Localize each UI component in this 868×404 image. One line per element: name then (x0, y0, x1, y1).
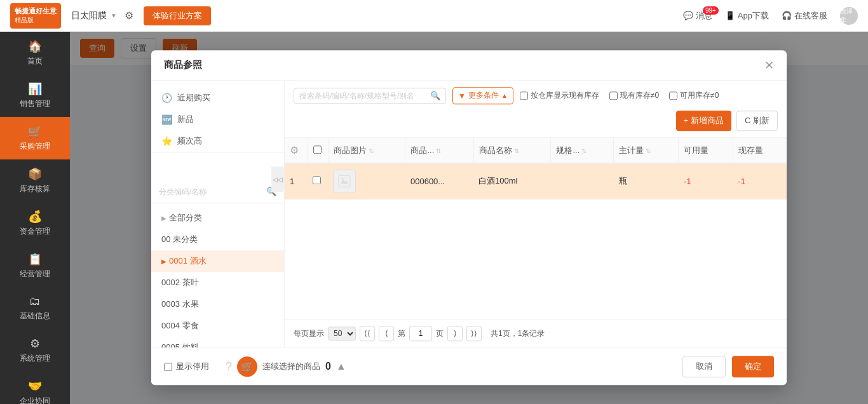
per-page-select[interactable]: 50 (328, 327, 356, 341)
trial-button[interactable]: 体验行业方案 (144, 6, 211, 25)
product-table: ⚙ 商品图片⇅ 商品...⇅ 商品名称⇅ 规格...⇅ 主计量⇅ 可用量 现存量 (285, 138, 787, 199)
cart-label: 连续选择的商品 (262, 361, 320, 373)
user-profile-nav-item[interactable]: 徐泽华 (840, 7, 858, 25)
purchase-icon: 🛒 (28, 125, 42, 138)
basic-info-icon: 🗂 (29, 295, 41, 308)
modal-right-panel: 🔍 ▼ 更多条件 ▲ 按仓库显示现有库存 (285, 81, 787, 347)
row-stock: -1 (733, 163, 787, 199)
recent-purchase-tab[interactable]: 🕐 近期购买 (151, 87, 284, 109)
operations-icon: 📋 (28, 252, 42, 266)
next-page-button[interactable]: ⟩ (447, 327, 463, 342)
category-item-tea[interactable]: 0002 茶叶 (151, 272, 284, 293)
sidebar-item-system[interactable]: ⚙ 系统管理 (0, 329, 70, 372)
active-expand-icon: ▶ (161, 258, 166, 265)
th-image[interactable]: 商品图片⇅ (328, 138, 405, 163)
row-image (328, 163, 405, 199)
message-badge: 99+ (703, 6, 719, 15)
th-code[interactable]: 商品...⇅ (405, 138, 473, 163)
search-icon[interactable]: 🔍 (430, 91, 440, 100)
sidebar-item-purchase[interactable]: 🛒 采购管理 (0, 117, 70, 159)
system-icon: ⚙ (30, 337, 40, 351)
home-icon: 🏠 (28, 39, 42, 53)
warehouse-dropdown[interactable]: 日太阳膜 ▼ (71, 10, 117, 22)
clock-icon: 🕐 (161, 93, 172, 103)
quick-tabs: 🕐 近期购买 🆕 新品 ⭐ 频次高 (151, 81, 284, 152)
last-page-button[interactable]: ⟩⟩ (466, 327, 482, 342)
warehouse-stock-checkbox[interactable]: 按仓库显示现有库存 (520, 90, 599, 101)
refresh-button[interactable]: C 刷新 (736, 111, 778, 131)
product-search-input[interactable] (299, 91, 426, 100)
row-select-checkbox[interactable] (313, 176, 321, 184)
sidebar-item-basic-info[interactable]: 🗂 基础信息 (0, 287, 70, 329)
sidebar-item-operations[interactable]: 📋 经营管理 (0, 245, 70, 287)
sidebar-item-sales[interactable]: 📊 销售管理 (0, 74, 70, 117)
modal-close-button[interactable]: ✕ (764, 60, 774, 71)
sidebar-item-finance[interactable]: 💰 资金管理 (0, 202, 70, 245)
product-toolbar: 🔍 ▼ 更多条件 ▲ 按仓库显示现有库存 (285, 81, 787, 138)
cart-icon[interactable]: 🛒 (237, 357, 257, 377)
cart-collapse-icon[interactable]: ▲ (336, 361, 346, 373)
cart-count: 0 (325, 361, 331, 373)
cancel-button[interactable]: 取消 (682, 356, 726, 378)
customer-service-nav-item[interactable]: 🎧 在线客服 (782, 10, 827, 22)
app-download-nav-item[interactable]: 📱 App下载 (725, 10, 769, 22)
help-icon[interactable]: ? (226, 360, 232, 374)
add-product-button[interactable]: + 新增商品 (676, 111, 731, 131)
app-logo: 畅捷通好生意 精品版 (10, 3, 61, 29)
category-item-unclassified[interactable]: 00 未分类 (151, 229, 284, 250)
confirm-button[interactable]: 确定 (732, 356, 774, 378)
category-item-fruit[interactable]: 0003 水果 (151, 293, 284, 315)
available-stock-input[interactable] (669, 91, 677, 100)
new-products-tab[interactable]: 🆕 新品 (151, 109, 284, 130)
navbar-right: 💬 消息 99+ 📱 App下载 🎧 在线客服 徐泽华 (683, 7, 858, 25)
page-number-input[interactable] (409, 327, 432, 342)
available-stock-checkbox[interactable]: 可用库存≠0 (669, 90, 719, 101)
category-item-snacks[interactable]: 0004 零食 (151, 315, 284, 337)
th-unit[interactable]: 主计量⇅ (614, 138, 679, 163)
column-settings-icon[interactable]: ⚙ (290, 145, 299, 156)
category-item-liquor[interactable]: ▶ 0001 酒水 (151, 250, 284, 272)
new-icon: 🆕 (161, 114, 172, 125)
show-disabled-checkbox[interactable]: 显示停用 (164, 361, 209, 373)
nonzero-stock-checkbox[interactable]: 现有库存≠0 (609, 90, 659, 101)
nonzero-stock-input[interactable] (609, 91, 618, 100)
settings-icon[interactable]: ⚙ (125, 10, 133, 22)
select-all-checkbox[interactable] (313, 145, 322, 154)
more-filters-button[interactable]: ▼ 更多条件 ▲ (452, 87, 513, 104)
th-name[interactable]: 商品名称⇅ (473, 138, 551, 163)
collapse-panel-button[interactable]: ◁◁ (271, 166, 284, 192)
modal-footer: 显示停用 ? 🛒 连续选择的商品 0 ▲ 取消 确定 (151, 348, 787, 386)
th-available[interactable]: 可用量 (679, 138, 733, 163)
cart-section: ? 🛒 连续选择的商品 0 ▲ (228, 357, 346, 377)
modal-footer-actions: 取消 确定 (682, 356, 774, 378)
sort-icon-name: ⇅ (514, 147, 519, 154)
modal-header: 商品参照 ✕ (151, 50, 787, 81)
message-icon: 💬 (683, 11, 693, 20)
warehouse-stock-input[interactable] (520, 91, 528, 100)
th-checkbox[interactable] (308, 138, 328, 163)
modal-left-panel: 🕐 近期购买 🆕 新品 ⭐ 频次高 (151, 81, 285, 347)
frequent-tab[interactable]: ⭐ 频次高 (151, 130, 284, 152)
row-checkbox[interactable] (308, 163, 328, 199)
th-gear[interactable]: ⚙ (285, 138, 308, 163)
avatar: 徐泽华 (840, 7, 858, 25)
message-nav-item[interactable]: 💬 消息 99+ (683, 10, 712, 22)
sort-icon-spec: ⇅ (581, 147, 587, 154)
show-disabled-input[interactable] (164, 363, 172, 371)
sidebar-item-home[interactable]: 🏠 首页 (0, 32, 70, 74)
row-num: 1 (285, 163, 308, 199)
table-row[interactable]: 1 (285, 163, 787, 199)
first-page-button[interactable]: ⟨⟨ (360, 327, 375, 342)
sidebar-item-inventory[interactable]: 📦 库存核算 (0, 159, 70, 202)
th-stock[interactable]: 现存量 (733, 138, 787, 163)
row-name: 白酒100ml (473, 163, 551, 199)
category-item-all[interactable]: ▶ 全部分类 (151, 207, 284, 229)
page-label: 第 (398, 328, 405, 339)
th-spec[interactable]: 规格...⇅ (551, 138, 614, 163)
sidebar-item-enterprise[interactable]: 🤝 企业协同 (0, 372, 70, 404)
pagination-total: 共1页，1条记录 (491, 328, 545, 339)
table-header-row: ⚙ 商品图片⇅ 商品...⇅ 商品名称⇅ 规格...⇅ 主计量⇅ 可用量 现存量 (285, 138, 787, 163)
prev-page-button[interactable]: ⟨ (379, 327, 394, 342)
category-item-beverages[interactable]: 0005 饮料 (151, 337, 284, 347)
category-search-input[interactable] (159, 187, 262, 196)
